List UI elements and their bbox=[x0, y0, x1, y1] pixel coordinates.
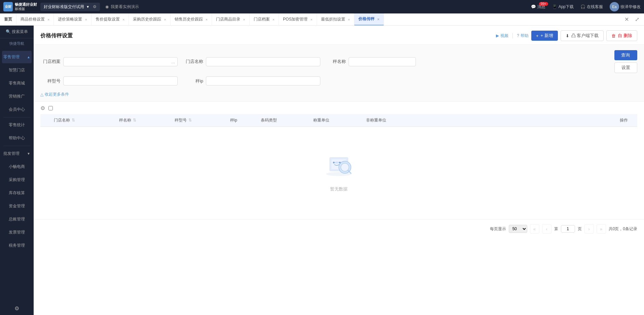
sidebar-item-smart-store[interactable]: 智慧门店 bbox=[2, 64, 32, 76]
sidebar-item-member-center[interactable]: 会员中心 bbox=[2, 103, 32, 116]
sidebar-item-finance[interactable]: 资金管理 bbox=[2, 200, 32, 212]
store-archive-input[interactable] bbox=[63, 57, 178, 66]
demo-link[interactable]: ◉ 我要看实例演示 bbox=[105, 4, 139, 10]
tab-controls: ✕ ⤢ bbox=[622, 15, 644, 23]
th-scale-name[interactable]: 秤名称 ⇅ bbox=[116, 114, 172, 127]
pagination: 每页显示 50 10 20 100 « ‹ 算 页 › » 共0页，0条记录 bbox=[34, 219, 644, 238]
close-icon[interactable]: × bbox=[377, 17, 379, 21]
arrow-down-icon: ▼ bbox=[27, 152, 30, 155]
sidebar-search[interactable]: 🔍 搜索菜单 bbox=[0, 26, 34, 38]
store-name-input[interactable] bbox=[206, 57, 320, 66]
chevron-up-icon: △ bbox=[40, 92, 43, 97]
close-icon[interactable]: × bbox=[243, 18, 245, 22]
first-page-button[interactable]: « bbox=[530, 224, 539, 234]
tab-commodity-price[interactable]: 商品价格设置 × bbox=[16, 13, 54, 26]
close-icon[interactable]: × bbox=[348, 18, 350, 22]
add-button[interactable]: + + 新增 bbox=[531, 31, 558, 41]
sidebar-item-help-center[interactable]: 帮助中心 bbox=[2, 132, 32, 144]
scale-name-label: 秤名称 bbox=[326, 59, 346, 65]
search-form: 门店档案 ... 门店名称 秤名称 查询 bbox=[34, 45, 644, 102]
ellipsis-icon[interactable]: ... bbox=[171, 59, 175, 64]
tab-purchase-strategy[interactable]: 进价策略设置 × bbox=[54, 13, 91, 26]
th-non-weight-unit-label: 非称重单位 bbox=[366, 118, 386, 123]
svg-point-7 bbox=[339, 162, 341, 164]
top-bar: 业财 畅捷通好业财 标准版 好业财标准版交付试用 ▾ ⚙ ◉ 我要看实例演示 💬… bbox=[0, 0, 644, 13]
select-all-checkbox[interactable] bbox=[48, 106, 53, 110]
app-logo: 业财 畅捷通好业财 标准版 bbox=[3, 2, 37, 11]
user-menu[interactable]: Ea 徐泽华修改 bbox=[610, 2, 641, 11]
search-row-2: 秤型号 秤ip bbox=[40, 76, 637, 85]
delete-button[interactable]: 🗑 自 删除 bbox=[606, 30, 637, 41]
download-button[interactable]: ⬇ 凸 客户端下载 bbox=[561, 30, 604, 41]
close-icon[interactable]: × bbox=[164, 18, 166, 22]
sidebar-item-marketing[interactable]: 营销推广 bbox=[2, 90, 32, 103]
store-archive-input-wrapper: ... bbox=[63, 57, 178, 66]
close-icon[interactable]: × bbox=[85, 18, 87, 22]
tab-pos-encrypt[interactable]: POS加密管理 × bbox=[279, 13, 317, 26]
sidebar-item-general-ledger[interactable]: 总账管理 bbox=[2, 213, 32, 225]
table-area: ⚙ 门店名称 ⇅ 秤名称 ⇅ bbox=[34, 102, 644, 219]
main-layout: 🔍 搜索菜单 快捷导航 零售管理 ▲ 智慧门店 零售商城 营销推广 会员中心 bbox=[0, 26, 644, 315]
expand-tabs-button[interactable]: ⤢ bbox=[633, 15, 641, 23]
scale-model-field: 秤型号 bbox=[40, 76, 178, 85]
sidebar-item-tax[interactable]: 税务管理 bbox=[2, 239, 32, 252]
close-icon[interactable]: × bbox=[47, 18, 49, 22]
sidebar-quick-nav-label: 快捷导航 bbox=[0, 38, 34, 47]
settings-icon[interactable]: ⚙ bbox=[93, 4, 97, 9]
help-link[interactable]: ? 帮助 bbox=[517, 33, 529, 39]
collapse-button[interactable]: △ 收起更多条件 bbox=[40, 90, 637, 99]
th-store-name[interactable]: 门店名称 ⇅ bbox=[51, 114, 116, 127]
next-page-button[interactable]: › bbox=[584, 224, 594, 234]
video-link[interactable]: ▶ 视频 bbox=[496, 33, 508, 39]
scale-ip-input[interactable] bbox=[206, 76, 320, 85]
sidebar-item-invoice[interactable]: 发票管理 bbox=[2, 226, 32, 239]
th-scale-model[interactable]: 秤型号 ⇅ bbox=[172, 114, 227, 127]
arrow-up-icon: ▲ bbox=[27, 55, 30, 59]
tab-store-catalog[interactable]: 门店商品目录 × bbox=[212, 13, 249, 26]
sidebar-item-inventory[interactable]: 库存核算 bbox=[2, 187, 32, 199]
sidebar-item-retail-management[interactable]: 零售管理 ▲ bbox=[2, 51, 32, 63]
tab-price-scale[interactable]: 价格传秤 × bbox=[354, 13, 384, 26]
sidebar-item-label: 资金管理 bbox=[9, 203, 25, 209]
per-page-select[interactable]: 50 10 20 100 bbox=[509, 225, 527, 233]
sidebar-settings-icon[interactable]: ⚙ bbox=[14, 306, 19, 311]
messages-button[interactable]: 💬 消息 99+ bbox=[531, 4, 545, 10]
online-service-button[interactable]: 🎧 在线客服 bbox=[580, 4, 603, 10]
close-icon[interactable]: × bbox=[206, 18, 208, 22]
close-icon[interactable]: × bbox=[122, 18, 124, 22]
tab-min-discount[interactable]: 最低折扣设置 × bbox=[317, 13, 354, 26]
page-input[interactable] bbox=[561, 225, 575, 233]
set-button[interactable]: 设置 bbox=[614, 62, 637, 73]
last-page-button[interactable]: » bbox=[597, 224, 606, 234]
query-button[interactable]: 查询 bbox=[614, 50, 637, 60]
close-all-tabs-button[interactable]: ✕ bbox=[622, 15, 631, 23]
tab-sale-price-extract[interactable]: 售价提取设置 × bbox=[92, 13, 129, 26]
sidebar-item-purchase[interactable]: 采购管理 bbox=[2, 174, 32, 186]
table-settings-icon[interactable]: ⚙ bbox=[40, 105, 45, 111]
sidebar-item-retail-mall[interactable]: 零售商城 bbox=[2, 77, 32, 90]
sidebar-item-label: 会员中心 bbox=[9, 107, 25, 112]
sidebar-item-label: 发票管理 bbox=[9, 230, 25, 235]
search-row-1: 门店档案 ... 门店名称 秤名称 查询 bbox=[40, 50, 637, 73]
sidebar-item-label: 零售商城 bbox=[9, 80, 25, 86]
nav-tabs-bar: 首页 商品价格设置 × 进价策略设置 × 售价提取设置 × 采购历史价跟踪 × … bbox=[0, 13, 644, 26]
tab-store-archive[interactable]: 门店档案 × bbox=[250, 13, 279, 26]
tab-sales-history[interactable]: 销售历史价跟踪 × bbox=[171, 13, 212, 26]
sidebar-item-retail-stats[interactable]: 零售统计 bbox=[2, 119, 32, 131]
sidebar-item-label: 帮助中心 bbox=[9, 135, 25, 141]
prev-page-button[interactable]: ‹ bbox=[542, 224, 551, 234]
scale-name-input[interactable] bbox=[349, 57, 416, 66]
scale-model-input[interactable] bbox=[63, 76, 178, 85]
tab-home[interactable]: 首页 bbox=[0, 13, 16, 26]
th-store-name-label: 门店名称 bbox=[54, 118, 70, 123]
version-selector[interactable]: 好业财标准版交付试用 ▾ ⚙ bbox=[40, 3, 100, 11]
store-archive-field: 门店档案 ... bbox=[40, 57, 178, 66]
close-icon[interactable]: × bbox=[273, 18, 275, 22]
close-icon[interactable]: × bbox=[310, 18, 312, 22]
table-header: 门店名称 ⇅ 秤名称 ⇅ 秤型号 ⇅ 秤ip bbox=[40, 114, 637, 127]
app-download-button[interactable]: 📱 App下载 bbox=[552, 4, 574, 10]
tab-purchase-history[interactable]: 采购历史价跟踪 × bbox=[129, 13, 170, 26]
sidebar-item-wholesale[interactable]: 批发管理 ▼ bbox=[2, 147, 32, 160]
sidebar-item-ecommerce[interactable]: 小畅电商 bbox=[2, 161, 32, 173]
empty-row: 暂无数据 bbox=[40, 127, 637, 213]
